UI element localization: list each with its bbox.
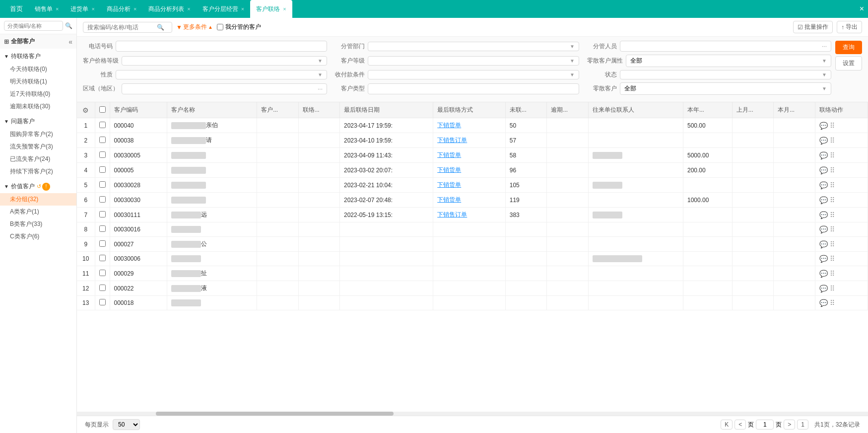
my-customers-checkbox[interactable] [217,24,223,30]
sidebar-item-today[interactable]: 今天待联络(0) [0,63,76,75]
contact-way-link[interactable]: 下销货单 [437,196,461,203]
sidebar-all-customers[interactable]: ⊞ 全部客户 « [0,34,76,49]
nav-home[interactable]: 首页 [4,0,29,18]
more-icon[interactable]: ⠿ [830,285,835,292]
more-conditions-btn[interactable]: ▼ 更多条件 ▲ [176,23,213,31]
waiting-contact-header[interactable]: ▼ 待联络客户 [0,50,76,63]
message-icon[interactable]: 💬 [819,196,828,204]
more-icon[interactable]: ⠿ [830,181,835,189]
sidebar-item-abnormal[interactable]: 囤购异常客户(2) [0,128,76,141]
nav-tab-customer-mgmt[interactable]: 客户分层经营 × [197,0,250,18]
nav-tab-customer-contact[interactable]: 客户联络 × [250,0,292,18]
settings-icon[interactable]: ⚙ [82,106,89,114]
message-icon[interactable]: 💬 [819,240,828,248]
contact-way-link[interactable]: 下销货单 [437,122,461,129]
sidebar-item-tomorrow[interactable]: 明天待联络(1) [0,75,76,88]
sidebar-search-input[interactable] [4,21,63,31]
message-icon[interactable]: 💬 [819,299,828,307]
close-customer-contact-tab[interactable]: × [283,6,286,12]
close-product-analysis-tab[interactable]: × [134,6,136,12]
message-icon[interactable]: 💬 [819,225,828,233]
sidebar-item-class-c[interactable]: C类客户(6) [0,230,76,243]
payment-select[interactable]: ▼ [368,70,579,79]
message-icon[interactable]: 💬 [819,151,828,159]
close-product-list-tab[interactable]: × [187,6,190,12]
search-input[interactable] [87,24,157,31]
close-purchase-tab[interactable]: × [91,6,94,12]
row-checkbox[interactable] [99,299,106,305]
manager-input[interactable]: ··· [620,41,831,52]
value-customers-header[interactable]: ▼ 价值客户 ↺ ! [0,180,76,193]
message-icon[interactable]: 💬 [819,255,828,263]
message-icon[interactable]: 💬 [819,181,828,189]
dept-select[interactable]: ▼ [368,42,579,51]
close-customer-mgmt-tab[interactable]: × [241,6,244,12]
collapse-sidebar-btn[interactable]: « [68,38,72,46]
nature-select[interactable]: ▼ [116,70,327,79]
row-checkbox[interactable] [99,240,106,247]
row-checkbox[interactable] [99,166,106,173]
last-page-btn[interactable]: 1 [797,420,808,430]
query-btn[interactable]: 查询 [835,41,862,54]
more-icon[interactable]: ⠿ [830,270,835,278]
sidebar-item-churn-warning[interactable]: 流失预警客户(3) [0,141,76,153]
page-input[interactable] [756,420,774,430]
problem-customers-header[interactable]: ▼ 问题客户 [0,115,76,128]
message-icon[interactable]: 💬 [819,166,828,174]
sidebar-search-icon[interactable]: 🔍 [65,22,72,29]
prev-page-btn[interactable]: < [734,420,746,430]
nav-tab-product-list[interactable]: 商品分析列表 × [142,0,196,18]
contact-way-link[interactable]: 下销售订单 [437,137,467,144]
message-icon[interactable]: 💬 [819,137,828,144]
export-btn[interactable]: ↑ 导出 [837,21,862,33]
sidebar-item-class-b[interactable]: B类客户(33) [0,218,76,230]
row-checkbox[interactable] [99,137,106,143]
row-checkbox[interactable] [99,196,106,203]
row-checkbox[interactable] [99,151,106,158]
message-icon[interactable]: 💬 [819,211,828,219]
cust-grade-select[interactable]: ▼ [368,56,579,66]
more-icon[interactable]: ⠿ [830,137,835,144]
nav-tab-sales[interactable]: 销售单 × [29,0,65,18]
next-page-btn[interactable]: > [784,420,795,430]
contact-way-link[interactable]: 下销货单 [437,181,461,188]
reset-btn[interactable]: 设置 [835,56,862,71]
more-icon[interactable]: ⠿ [830,225,835,233]
refresh-icon[interactable]: ↺ [37,183,41,190]
search-icon[interactable]: 🔍 [157,24,164,31]
status-select[interactable]: ▼ [620,70,831,79]
more-icon[interactable]: ⠿ [830,299,835,307]
sidebar-item-ungrouped[interactable]: 未分组(32) [0,193,76,206]
more-icon[interactable]: ⠿ [830,122,835,130]
message-icon[interactable]: 💬 [819,285,828,292]
more-icon[interactable]: ⠿ [830,166,835,174]
row-checkbox[interactable] [99,122,106,128]
sidebar-item-declining[interactable]: 持续下滑客户(2) [0,165,76,178]
sidebar-item-7days[interactable]: 近7天待联络(0) [0,88,76,100]
scrollbar-thumb[interactable] [156,412,393,416]
retail-select[interactable]: 全部 ▼ [620,82,831,95]
close-sales-tab[interactable]: × [56,6,59,12]
retail-attr-select[interactable]: 全部 ▼ [626,55,831,67]
batch-op-btn[interactable]: ☑ 批量操作 [793,21,833,33]
row-checkbox[interactable] [99,211,106,217]
row-checkbox[interactable] [99,285,106,291]
nav-tab-purchase[interactable]: 进货单 × [65,0,100,18]
sidebar-item-class-a[interactable]: A类客户(1) [0,206,76,218]
contact-way-link[interactable]: 下销货单 [437,151,461,158]
horizontal-scrollbar[interactable] [77,412,868,416]
close-all-btn[interactable]: × [860,4,864,13]
phone-input[interactable] [116,41,327,52]
page-size-select[interactable]: 50 100 200 [113,419,140,430]
row-checkbox[interactable] [99,270,106,276]
row-checkbox[interactable] [99,225,106,232]
price-grade-select[interactable]: ▼ [122,56,327,66]
contact-way-link[interactable]: 下销货单 [437,166,461,173]
sidebar-item-overdue[interactable]: 逾期未联络(30) [0,100,76,113]
first-page-btn[interactable]: K [721,420,733,430]
more-icon[interactable]: ⠿ [830,240,835,248]
more-icon[interactable]: ⠿ [830,196,835,204]
more-icon[interactable]: ⠿ [830,151,835,159]
row-checkbox[interactable] [99,255,106,261]
message-icon[interactable]: 💬 [819,270,828,278]
